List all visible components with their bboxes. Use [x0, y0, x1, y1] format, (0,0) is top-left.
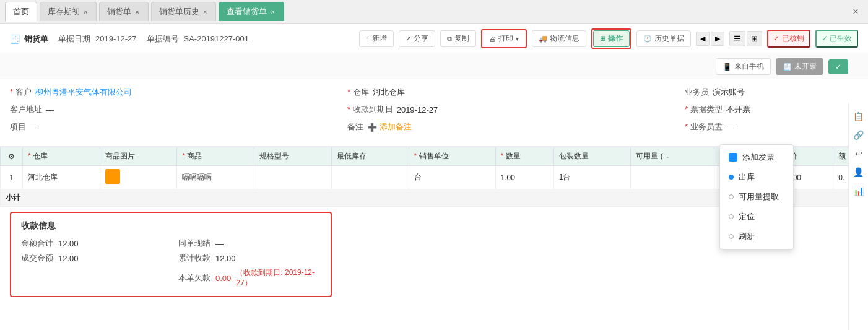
col-product: 商品: [177, 147, 254, 166]
list-view-button[interactable]: ☰: [729, 31, 745, 46]
date-value-text: 2019-12-27: [95, 34, 137, 43]
add-note-button[interactable]: ➕ 添加备注: [367, 121, 412, 132]
due-date-hint: （收款到期日: 2019-12-27）: [236, 267, 321, 289]
form-row-1: 客户 柳州粤港平安气体有限公司 仓库 河北仓库 业务员 演示账号: [10, 87, 858, 98]
print-dropdown-arrow[interactable]: ▾: [516, 35, 519, 42]
sidebar-user-icon[interactable]: 👤: [850, 163, 867, 181]
next-button[interactable]: ▶: [711, 32, 724, 46]
effective-button[interactable]: ✓ 已生效: [815, 30, 858, 48]
new-label: + 新增: [366, 33, 387, 44]
col-min-stock: 最低库存: [331, 147, 409, 166]
doc-title: 🧾 销货单: [10, 33, 48, 45]
col-qty: 数量: [495, 147, 553, 166]
from-phone-label: 来自手机: [734, 61, 764, 72]
history-button[interactable]: 🕐 历史单据: [636, 30, 691, 47]
number-value-text: SA-20191227-001: [184, 34, 250, 43]
refresh-item[interactable]: 刷新: [720, 227, 793, 246]
doc-title-text: 销货单: [24, 33, 48, 45]
tab-view-sales[interactable]: 查看销货单 ×: [219, 2, 284, 21]
tab-inventory[interactable]: 库存期初 ×: [40, 2, 97, 21]
print-highlight-box: 🖨 打印 ▾: [481, 29, 527, 48]
grid-view-button[interactable]: ⊞: [747, 31, 762, 46]
sidebar-link-icon[interactable]: 🔗: [850, 126, 867, 144]
payment-title: 收款信息: [21, 220, 321, 232]
locate-icon: [729, 214, 734, 219]
total-amount-value: 12.00: [58, 239, 79, 248]
col-unit: 销售单位: [409, 147, 495, 166]
outbound-icon: [729, 175, 734, 180]
check-icon: ✓: [773, 34, 779, 43]
note-label: 备注: [347, 121, 363, 132]
print-button[interactable]: 🖨 打印 ▾: [483, 31, 525, 46]
col-available: 可用量 (...: [631, 147, 714, 166]
add-invoice-icon: [729, 153, 737, 162]
tab-sales-close[interactable]: ×: [134, 8, 140, 15]
doc-actions: + 新增 ↗ 分享 ⧉ 复制 🖨 打印 ▾: [359, 28, 858, 49]
cumulative-value: 12.00: [215, 254, 236, 263]
history-label: 历史单据: [654, 33, 684, 44]
sales-staff-value: —: [726, 123, 734, 132]
same-order-value: —: [215, 239, 224, 248]
prev-button[interactable]: ◀: [696, 32, 710, 46]
from-phone-button[interactable]: 📱 来自手机: [716, 58, 771, 75]
available-qty-item[interactable]: 可用量提取: [720, 187, 793, 207]
locate-label: 定位: [739, 211, 755, 222]
sidebar-doc-icon[interactable]: 📋: [850, 108, 867, 125]
doc-header: 🧾 销货单 单据日期 2019-12-27 单据编号 SA-20191227-0…: [0, 24, 868, 54]
share-button[interactable]: ↗ 分享: [399, 30, 435, 47]
same-order-label: 同单现结: [178, 238, 210, 249]
operation-icon: ⊞: [600, 35, 605, 43]
project-label: 项目: [10, 121, 26, 132]
customer-value[interactable]: 柳州粤港平安气体有限公司: [35, 87, 132, 98]
col-settings[interactable]: ⚙: [1, 147, 23, 166]
sales-staff-field: 业务员盂 —: [685, 121, 858, 132]
check-button[interactable]: ✓: [828, 59, 848, 74]
col-image: 商品图片: [100, 147, 177, 166]
warehouse-label: 仓库: [347, 87, 369, 98]
outbound-item[interactable]: 出库: [720, 167, 793, 187]
staff-label: 业务员: [685, 87, 709, 98]
col-pack-qty: 包装数量: [553, 147, 631, 166]
cell-seq: 1: [1, 166, 23, 189]
tab-sales[interactable]: 销货单 ×: [99, 2, 148, 21]
cell-unit: 台: [409, 166, 495, 189]
new-button[interactable]: + 新增: [359, 30, 394, 47]
copy-icon: ⧉: [447, 35, 452, 43]
tab-view-sales-label: 查看销货单: [227, 6, 267, 17]
tab-home[interactable]: 首页: [5, 2, 37, 22]
print-icon: 🖨: [489, 35, 496, 43]
not-open-button[interactable]: 🧾 未开票: [776, 58, 823, 75]
sidebar-chart-icon[interactable]: 📊: [850, 182, 867, 199]
address-value: —: [46, 105, 54, 115]
cell-available: [631, 166, 714, 189]
project-field: 项目 —: [10, 121, 183, 132]
tab-sales-label: 销货单: [107, 6, 131, 17]
tab-sales-history[interactable]: 销货单历史 ×: [151, 2, 216, 21]
locate-item[interactable]: 定位: [720, 207, 793, 227]
sidebar-return-icon[interactable]: ↩: [850, 145, 867, 162]
tab-home-label: 首页: [13, 6, 29, 17]
operation-highlight-box: ⊞ 操作: [591, 28, 631, 49]
cancelled-button[interactable]: ✓ 已核销: [767, 30, 810, 48]
total-amount-row: 金额合计 12.00: [21, 238, 163, 249]
logistics-button[interactable]: 🚚 物流信息: [532, 30, 586, 47]
tab-sales-history-close[interactable]: ×: [202, 8, 208, 15]
sales-staff-label: 业务员盂: [685, 121, 723, 132]
refresh-icon: [729, 234, 734, 239]
tab-inventory-close[interactable]: ×: [82, 8, 89, 15]
copy-button[interactable]: ⧉ 复制: [440, 30, 476, 47]
window-close-button[interactable]: ×: [848, 4, 863, 19]
operation-button[interactable]: ⊞ 操作: [593, 30, 630, 47]
cell-product: 嗝嗝嗝嗝: [177, 166, 254, 189]
add-invoice-item[interactable]: 添加发票: [720, 147, 793, 167]
available-qty-icon: [729, 194, 734, 199]
col-spec: 规格型号: [254, 147, 332, 166]
note-add-label: 添加备注: [380, 121, 412, 132]
history-icon: 🕐: [643, 35, 652, 43]
cell-spec: [254, 166, 332, 189]
phone-icon: 📱: [723, 63, 732, 71]
share-icon: ↗: [406, 35, 411, 43]
staff-field: 业务员 演示账号: [685, 87, 858, 98]
tab-view-sales-close[interactable]: ×: [269, 8, 276, 15]
customer-label: 客户: [10, 87, 32, 98]
